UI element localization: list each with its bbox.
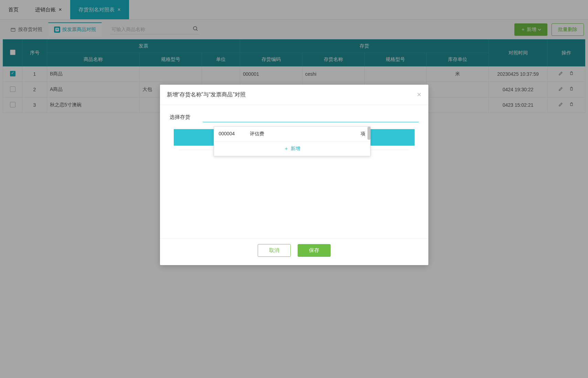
form-row-select-inventory: 选择存货 000004 评估费 项 ＋ 新增 [170, 112, 419, 113]
modal-close-button[interactable]: × [417, 90, 421, 99]
select-inventory-input[interactable] [203, 112, 419, 113]
modal-header: 新增“存货名称”与“发票商品”对照 × [160, 85, 428, 105]
modal-overlay: 新增“存货名称”与“发票商品”对照 × 选择存货 000004 评估费 项 ＋ [0, 0, 588, 113]
modal-add-mapping: 新增“存货名称”与“发票商品”对照 × 选择存货 000004 评估费 项 ＋ [160, 85, 428, 113]
close-icon: × [417, 90, 421, 99]
modal-title: 新增“存货名称”与“发票商品”对照 [167, 91, 246, 98]
modal-body: 选择存货 000004 评估费 项 ＋ 新增 [160, 105, 428, 113]
